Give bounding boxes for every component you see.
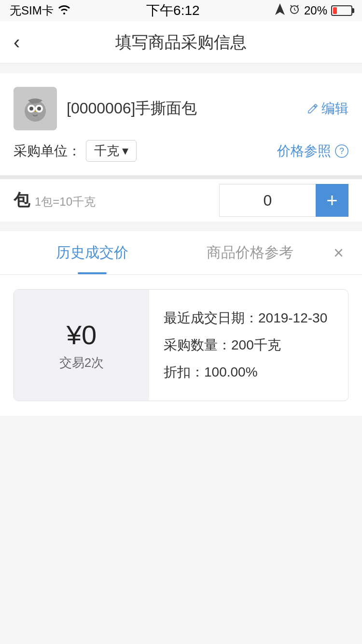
history-price-card: ¥0 交易2次 最近成交日期：2019-12-30 采购数量：200千克 折扣：… [14, 289, 348, 401]
svg-point-5 [37, 107, 41, 111]
unit-row: 采购单位： 千克 ▾ [14, 140, 137, 162]
alarm-icon [289, 3, 300, 18]
wifi-icon [57, 4, 71, 17]
history-card-right: 最近成交日期：2019-12-30 采购数量：200千克 折扣：100.00% [149, 290, 348, 401]
tabs-close-button[interactable]: × [329, 238, 348, 268]
tabs-header: 历史成交价 商品价格参考 × [0, 231, 362, 275]
quantity-input-group: 0 + [219, 184, 348, 217]
status-right: 20% [275, 3, 352, 18]
unit-select[interactable]: 千克 ▾ [86, 140, 137, 162]
edit-icon [307, 103, 319, 114]
history-trade-count: 交易2次 [59, 354, 104, 371]
page-title: 填写商品采购信息 [115, 31, 247, 54]
history-discount: 折扣：100.00% [164, 363, 334, 381]
quantity-plus-button[interactable]: + [316, 184, 348, 217]
history-recent-date: 最近成交日期：2019-12-30 [164, 309, 334, 327]
nav-header: ‹ 填写商品采购信息 [0, 21, 362, 64]
quantity-label: 包 1包=10千克 [14, 189, 96, 211]
gps-icon [275, 3, 285, 18]
history-qty: 采购数量：200千克 [164, 336, 334, 354]
product-logo-icon [18, 92, 52, 126]
help-icon: ? [335, 144, 348, 158]
chevron-down-icon: ▾ [122, 143, 128, 158]
unit-label: 采购单位： [14, 142, 81, 160]
footer-space [0, 416, 362, 609]
qty-note: 1包=10千克 [35, 194, 96, 210]
tab-content-history: ¥0 交易2次 最近成交日期：2019-12-30 采购数量：200千克 折扣：… [0, 275, 362, 416]
price-ref-button[interactable]: 价格参照 ? [277, 142, 348, 160]
product-thumbnail [14, 87, 57, 130]
tabs-section: 历史成交价 商品价格参考 × ¥0 交易2次 最近成交日期：2019-12-30… [0, 231, 362, 416]
product-bottom-row: 采购单位： 千克 ▾ 价格参照 ? [14, 140, 348, 162]
quantity-input[interactable]: 0 [219, 184, 316, 217]
status-left: 无SIM卡 [10, 3, 71, 18]
status-bar: 无SIM卡 下午6:12 20% [0, 0, 362, 21]
product-card: [0000006]手撕面包 编辑 采购单位： 千克 ▾ 价格参照 ? [0, 73, 362, 175]
battery-icon [331, 5, 352, 16]
product-top-row: [0000006]手撕面包 编辑 [14, 87, 348, 130]
carrier-text: 无SIM卡 [10, 3, 54, 18]
status-time: 下午6:12 [146, 1, 200, 20]
svg-text:?: ? [339, 146, 344, 156]
qty-unit: 包 [14, 189, 30, 211]
svg-point-4 [29, 107, 33, 111]
product-name: [0000006]手撕面包 [67, 98, 197, 119]
edit-button[interactable]: 编辑 [307, 99, 348, 118]
product-left: [0000006]手撕面包 [14, 87, 197, 130]
tab-history-price[interactable]: 历史成交价 [14, 231, 171, 274]
back-button[interactable]: ‹ [14, 31, 20, 53]
battery-percent: 20% [304, 4, 327, 17]
quantity-row: 包 1包=10千克 0 + [0, 179, 362, 222]
tab-product-price-ref[interactable]: 商品价格参考 [171, 231, 328, 274]
history-card-left: ¥0 交易2次 [14, 290, 149, 401]
history-price-value: ¥0 [67, 319, 97, 350]
separator [0, 175, 362, 179]
